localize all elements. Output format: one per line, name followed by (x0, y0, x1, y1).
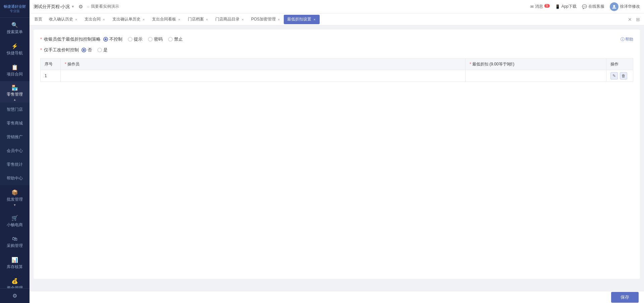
sidebar-item-retail[interactable]: 🏪 零售管理 ▲ (0, 81, 30, 103)
gear-icon[interactable]: ⚙ (12, 293, 17, 299)
help-label: 帮助 (625, 37, 633, 42)
radio-no-label: 否 (88, 47, 92, 53)
tab-store-close[interactable]: × (205, 17, 209, 21)
topbar: 测试分开页程-小况 ▼ ⚙ ○ 我要看实例演示 ✉ 消息 9 📱 App下载 💬… (30, 0, 644, 13)
message-action[interactable]: ✉ 消息 9 (530, 4, 550, 9)
bottom-save-bar: 保存 (30, 291, 644, 303)
logo-sub: 专业版 (2, 9, 28, 13)
tab-payboard[interactable]: 支出合同看板 × (149, 15, 184, 24)
radio-yes[interactable]: 是 (97, 47, 108, 53)
online-service-action[interactable]: 💬 在线客服 (582, 4, 604, 9)
message-label: 消息 (535, 4, 543, 9)
sidebar-item-inventory[interactable]: 📊 库存核算 (0, 253, 30, 274)
circle-icon: ○ (87, 4, 89, 9)
sidebar-item-stats[interactable]: 零售统计 (0, 158, 30, 171)
sidebar-item-quicknav[interactable]: ⚡ 快捷导航 (0, 39, 30, 60)
tab-payconfirm[interactable]: 支出确认单历史 × (109, 15, 149, 24)
project-selector[interactable]: 测试分开页程-小况 ▼ (34, 4, 74, 10)
sidebar-item-label: 项目合同 (7, 71, 23, 77)
radio-hint[interactable]: 提示 (128, 36, 143, 42)
discount-table: 序号 * 操作员 * 最低折扣 (9.00等于9折) 操作 (40, 58, 633, 82)
tab-pos[interactable]: POS加密管理 × (248, 15, 284, 24)
topbar-right: ✉ 消息 9 📱 App下载 💬 在线客服 徐泽华修改 (530, 2, 640, 11)
sidebar-item-ecommerce[interactable]: 🛒 小畅电商 (0, 211, 30, 232)
tab-store[interactable]: 门店档案 × (184, 15, 212, 24)
tab-income-close[interactable]: × (74, 17, 78, 21)
sidebar-item-help[interactable]: 帮助中心 (0, 171, 30, 185)
app-download-action[interactable]: 📱 App下载 (555, 4, 577, 9)
tab-expand-icon[interactable]: ⊞ (635, 16, 641, 23)
demo-link[interactable]: ○ 我要看实例演示 (87, 4, 119, 9)
sidebar-item-label: 批发管理 (7, 197, 23, 202)
message-badge: 9 (544, 4, 550, 8)
main-card: * 收银员低于最低折扣控制策略 不控制 提示 (34, 30, 640, 279)
tab-discount-label: 最低折扣设置 (287, 16, 311, 22)
sidebar-item-marketing[interactable]: 营销推广 (0, 130, 30, 144)
sidebar-item-search[interactable]: 🔍 搜索菜单 (0, 18, 30, 39)
user-action[interactable]: 徐泽华修改 (610, 2, 640, 11)
tab-home[interactable]: 首页 (31, 15, 46, 24)
sidebar-item-member[interactable]: 会员中心 (0, 144, 30, 158)
package-icon: 📦 (11, 189, 18, 196)
sidebar-item-label: 快捷导航 (7, 50, 23, 56)
tab-payboard-close[interactable]: × (177, 17, 181, 21)
store-icon: 🏪 (11, 85, 18, 91)
row-delete-button[interactable]: 🗑 (620, 72, 627, 80)
required-mark2: * (40, 47, 42, 52)
help-icon: ⓘ (621, 37, 625, 42)
control-strategy-radio-group: 不控制 提示 密码 禁止 (103, 36, 183, 42)
tab-payment-close[interactable]: × (102, 17, 105, 21)
tab-payment[interactable]: 支出合同 × (81, 15, 109, 24)
sidebar-item-label: 营销推广 (7, 134, 23, 140)
table-header-row: 序号 * 操作员 * 最低折扣 (9.00等于9折) 操作 (41, 59, 633, 70)
radio-ban[interactable]: 禁止 (168, 36, 183, 42)
tab-discount[interactable]: 最低折扣设置 × (284, 15, 319, 24)
tab-discount-close[interactable]: × (313, 17, 316, 21)
radio-none[interactable]: 不控制 (103, 36, 122, 42)
tab-pos-close[interactable]: × (277, 17, 280, 21)
sidebar-item-project[interactable]: 📋 项目合同 (0, 60, 30, 81)
sidebar-item-smart[interactable]: 智慧门店 (0, 103, 30, 116)
row-edit-button[interactable]: ✎ (610, 72, 618, 80)
sidebar-item-wholesale[interactable]: 📦 批发管理 ▼ (0, 185, 30, 211)
dropdown-arrow-icon: ▼ (71, 5, 74, 8)
required-mark: * (40, 37, 42, 42)
radio-password-label: 密码 (154, 36, 163, 42)
help-link[interactable]: ⓘ 帮助 (621, 37, 633, 42)
radio-none-label: 不控制 (109, 36, 122, 42)
radio-none-circle (103, 37, 108, 42)
save-button[interactable]: 保存 (611, 292, 639, 303)
radio-no[interactable]: 否 (82, 47, 92, 53)
radio-hint-label: 提示 (134, 36, 143, 42)
user-name: 徐泽华修改 (620, 4, 640, 9)
tab-payconfirm-label: 支出确认单历史 (112, 16, 141, 22)
control-strategy-label: * 收银员低于最低折扣控制策略 (40, 36, 101, 42)
tabbar-actions: ✕ ⊞ (627, 16, 643, 23)
tab-goods-close[interactable]: × (241, 17, 244, 21)
radio-password[interactable]: 密码 (148, 36, 163, 42)
manual-control-label: * 仅手工改价时控制 (40, 47, 79, 53)
app-download-label: App下载 (561, 4, 577, 9)
radio-hint-circle (128, 37, 132, 42)
cell-seq: 1 (41, 70, 61, 82)
sidebar-item-purchase[interactable]: 🛍 采购管理 (0, 232, 30, 253)
tab-store-label: 门店档案 (188, 16, 204, 22)
shopping-icon: 🛍 (12, 236, 17, 242)
topbar-settings-icon[interactable]: ⚙ (78, 4, 83, 10)
tab-income[interactable]: 收入确认历史 × (46, 15, 81, 24)
cell-operator (61, 70, 466, 82)
chart-icon: 📊 (11, 257, 18, 263)
radio-no-circle (82, 48, 86, 52)
sidebar-item-capital[interactable]: 💰 资金管理 (0, 274, 30, 288)
table-row: 1 ✎ 🗑 (41, 70, 633, 82)
sidebar-item-retailmall[interactable]: 零售商城 (0, 116, 30, 130)
tab-goods-label: 门店商品目录 (215, 16, 239, 22)
avatar (610, 2, 619, 11)
tab-close-all-icon[interactable]: ✕ (627, 16, 633, 23)
radio-yes-label: 是 (103, 47, 108, 53)
chevron-down-icon: ▼ (13, 203, 16, 207)
control-strategy-row: * 收银员低于最低折扣控制策略 不控制 提示 (40, 36, 633, 42)
tab-payconfirm-close[interactable]: × (142, 17, 145, 21)
radio-ban-circle (168, 37, 173, 42)
tab-goods[interactable]: 门店商品目录 × (212, 15, 248, 24)
